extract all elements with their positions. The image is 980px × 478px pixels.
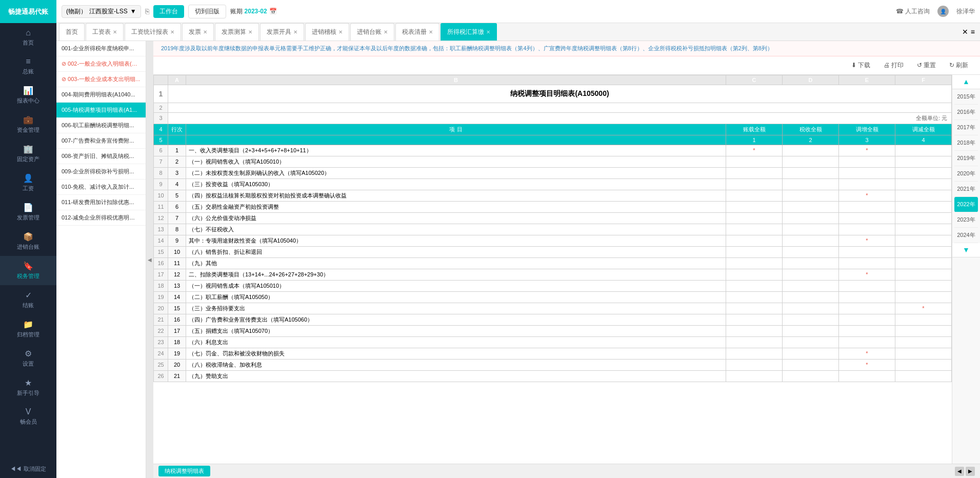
col3-cell[interactable]: [839, 178, 895, 190]
col4-cell[interactable]: [895, 224, 952, 235]
col1-cell[interactable]: [726, 190, 783, 201]
consult-link[interactable]: ☎ 人工咨询: [896, 7, 930, 16]
col1-cell[interactable]: [726, 325, 783, 336]
company-selector[interactable]: (物副） 江西股室-LSS ▼: [62, 5, 141, 18]
sidebar-item-archive[interactable]: 📁归档管理: [0, 314, 56, 344]
sidebar-item-guide[interactable]: ★新手引导: [0, 373, 56, 402]
tab-发票[interactable]: 发票✕: [182, 23, 214, 41]
tab-发票开具[interactable]: 发票开具✕: [260, 23, 304, 41]
col3-cell[interactable]: *: [839, 269, 895, 280]
year-item-2023年[interactable]: 2023年: [954, 212, 977, 228]
col3-cell[interactable]: [839, 224, 895, 235]
col3-cell[interactable]: *: [839, 235, 895, 246]
col3-cell[interactable]: [839, 156, 895, 167]
item-cell[interactable]: （三）投资收益（填写A105030）: [186, 178, 726, 190]
col1-cell[interactable]: [726, 201, 783, 212]
tab-close-icon[interactable]: ✕: [429, 29, 433, 35]
col4-cell[interactable]: [895, 336, 952, 348]
col4-cell[interactable]: [895, 280, 952, 291]
col4-cell[interactable]: [895, 201, 952, 212]
left-item-007[interactable]: 007-广告费和业务宣传费附...: [56, 133, 146, 149]
col1-cell[interactable]: [726, 167, 783, 178]
year-item-2021年[interactable]: 2021年: [954, 182, 977, 197]
year-down-button[interactable]: ▼: [952, 243, 980, 257]
tab-进销台账[interactable]: 进销台账✕: [350, 23, 394, 41]
sidebar-item-asset[interactable]: 💼资金管理: [0, 110, 56, 139]
item-cell[interactable]: （四）广告费和业务宣传费支出（填写A105060）: [186, 314, 726, 325]
left-item-008[interactable]: 008-资产折旧、摊销及纳税...: [56, 149, 146, 164]
col2-cell[interactable]: [783, 212, 839, 224]
tab-menu-icon[interactable]: ≡: [971, 28, 975, 36]
col4-cell[interactable]: [895, 246, 952, 257]
col3-cell[interactable]: [839, 167, 895, 178]
col3-cell[interactable]: [839, 212, 895, 224]
col3-cell[interactable]: [839, 314, 895, 325]
bottom-tab-nashtax[interactable]: 纳税调整明细表: [158, 466, 210, 476]
left-item-009[interactable]: 009-企业所得税弥补亏损明...: [56, 164, 146, 180]
col2-cell[interactable]: [783, 314, 839, 325]
unpin-button[interactable]: ◀◀ 取消固定: [0, 460, 56, 478]
item-cell[interactable]: （一）视同销售收入（填写A105010）: [186, 156, 726, 167]
sidebar-item-ledger[interactable]: ≡总账: [0, 52, 56, 81]
tab-close-icon[interactable]: ✕: [113, 29, 117, 35]
left-item-005[interactable]: 005-纳税调整项目明细表(A1...: [56, 103, 146, 118]
item-cell[interactable]: 一、收入类调整项目（2+3+4+5+6+7+8+10+11）: [186, 145, 726, 156]
col3-cell[interactable]: [839, 280, 895, 291]
item-cell[interactable]: （三）业务招待要支出: [186, 303, 726, 314]
left-item-011[interactable]: 011-研发费用加计扣除优惠...: [56, 195, 146, 210]
tab-进销稽核[interactable]: 进销稽核✕: [305, 23, 349, 41]
year-item-2018年[interactable]: 2018年: [954, 135, 977, 151]
col4-cell[interactable]: [895, 156, 952, 167]
item-cell[interactable]: （二）未按权责发生制原则确认的收入（填写A105020）: [186, 167, 726, 178]
col1-cell[interactable]: *: [726, 145, 783, 156]
col2-cell[interactable]: [783, 359, 839, 370]
col1-cell[interactable]: [726, 156, 783, 167]
col4-cell[interactable]: [895, 370, 952, 382]
col3-cell[interactable]: *: [839, 190, 895, 201]
item-cell[interactable]: （一）视同销售成本（填写A105010）: [186, 280, 726, 291]
year-item-2015年[interactable]: 2015年: [954, 89, 977, 105]
item-cell[interactable]: （七）罚金、罚款和被没收财物的损失: [186, 348, 726, 359]
tab-close-icon[interactable]: ✕: [248, 29, 252, 35]
col4-cell[interactable]: [895, 212, 952, 224]
item-cell[interactable]: （四）按权益法核算长期股权投资对初始投资成本调整确认收益: [186, 190, 726, 201]
sidebar-item-settle[interactable]: ✓结账: [0, 285, 56, 314]
col4-cell[interactable]: *: [895, 303, 952, 314]
col3-cell[interactable]: [839, 370, 895, 382]
col1-cell[interactable]: [726, 178, 783, 190]
col1-cell[interactable]: [726, 269, 783, 280]
item-cell[interactable]: （五）交易性金融资产初始投资调整: [186, 201, 726, 212]
download-button[interactable]: ⬇ 下载: [847, 59, 874, 71]
collapse-panel-button[interactable]: ◀: [146, 41, 153, 478]
item-cell[interactable]: （五）捐赠支出（填写A105070）: [186, 325, 726, 336]
sidebar-item-settings[interactable]: ⚙设置: [0, 344, 56, 373]
col4-cell[interactable]: [895, 359, 952, 370]
col3-cell[interactable]: *: [839, 145, 895, 156]
col3-cell[interactable]: [839, 303, 895, 314]
year-item-2020年[interactable]: 2020年: [954, 166, 977, 182]
year-item-2017年[interactable]: 2017年: [954, 120, 977, 135]
year-item-2022年[interactable]: 2022年: [954, 197, 977, 212]
col4-cell[interactable]: [895, 314, 952, 325]
tab-close-icon[interactable]: ✕: [486, 29, 490, 35]
col1-cell[interactable]: [726, 291, 783, 303]
col4-cell[interactable]: [895, 178, 952, 190]
scroll-right-button[interactable]: ▶: [966, 467, 975, 476]
col2-cell[interactable]: [783, 178, 839, 190]
left-item-012[interactable]: 012-减免企业所得税优惠明细(…: [56, 210, 146, 226]
print-button[interactable]: 🖨 打印: [879, 59, 908, 71]
workbench-button[interactable]: 工作台: [153, 5, 184, 18]
refresh-button[interactable]: ↻ 刷新: [945, 59, 972, 71]
col3-cell[interactable]: [839, 201, 895, 212]
col3-cell[interactable]: *: [839, 348, 895, 359]
col4-cell[interactable]: [895, 167, 952, 178]
col1-cell[interactable]: [726, 257, 783, 269]
sidebar-item-home[interactable]: ⌂首页: [0, 23, 56, 52]
item-cell[interactable]: （二）职工薪酬（填写A105050）: [186, 291, 726, 303]
tab-首页[interactable]: 首页: [59, 23, 85, 41]
col3-cell[interactable]: [839, 257, 895, 269]
switch-old-button[interactable]: 切到旧版: [188, 5, 226, 18]
year-item-2016年[interactable]: 2016年: [954, 105, 977, 120]
tab-税表清册[interactable]: 税表清册✕: [395, 23, 439, 41]
item-cell[interactable]: （七）不征税收入: [186, 224, 726, 235]
